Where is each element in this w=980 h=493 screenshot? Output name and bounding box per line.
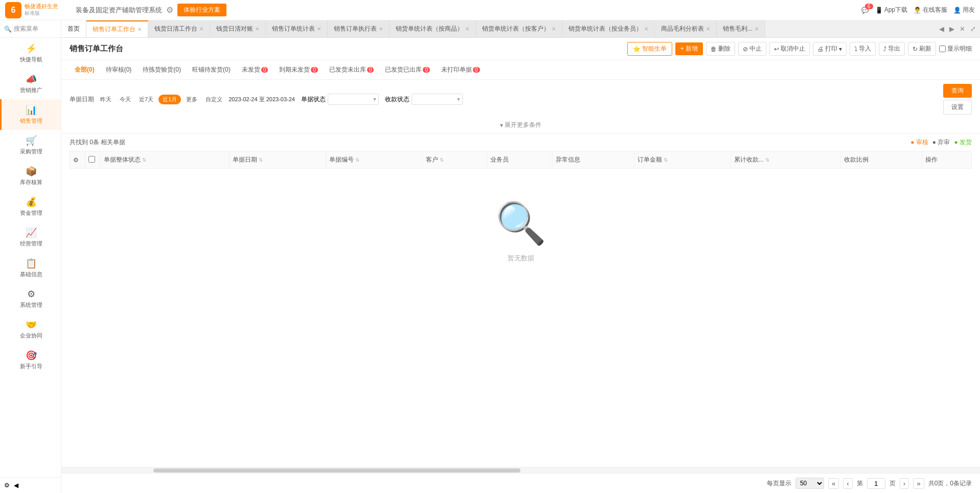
show-detail-label[interactable]: 显示明细 [939,44,972,53]
tab-cash-reconcile[interactable]: 钱货日清对账 ✕ [210,20,266,38]
query-btn[interactable]: 查询 [943,84,972,98]
next-page-btn[interactable]: › [900,478,909,489]
basic-info-icon: 📋 [26,258,37,269]
tab-close-all-btn[interactable]: ✕ [958,24,967,34]
tab-next-btn[interactable]: ▶ [947,24,956,34]
tab-close-cash-reconcile[interactable]: ✕ [255,26,259,32]
tab-sales-by-product[interactable]: 销货单统计表（按商品） ✕ [390,20,476,38]
quick-date-1month[interactable]: 近1月 [158,95,181,104]
first-page-btn[interactable]: « [828,478,839,489]
tab-close-gross-margin[interactable]: ✕ [706,26,710,32]
sidebar-item-finance[interactable]: 💰 资金管理 [0,191,61,222]
filter-tab-shipped-out[interactable]: 已发货已出库0 [380,63,435,76]
tab-sales-by-salesman[interactable]: 销货单统计表（按业务员） ✕ [562,20,655,38]
tab-close-by-customer[interactable]: ✕ [552,26,556,32]
sidebar-item-inventory[interactable]: 📦 库存核算 [0,161,61,191]
sidebar-item-basic-info[interactable]: 📋 基础信息 [0,253,61,283]
tab-close-sales-order[interactable]: ✕ [138,27,142,32]
tab-sales-stats[interactable]: 销售订单统计表 ✕ [266,20,328,38]
th-status[interactable]: 单据整体状态 ⇅ [101,151,230,169]
tab-home[interactable]: 首页 [61,20,86,38]
tab-close-sales-exec[interactable]: ✕ [379,26,383,32]
quick-date-today[interactable]: 今天 [117,95,134,104]
tab-expand-btn[interactable]: ⤢ [968,24,978,34]
tab-close-sales-stats[interactable]: ✕ [317,26,321,32]
sidebar-item-collaboration[interactable]: 🤝 企业协同 [0,314,61,345]
sidebar-item-guide[interactable]: 🎯 新手引导 [0,345,61,375]
sidebar-item-sales[interactable]: 📊 销售管理 [0,99,61,130]
tab-gross-margin[interactable]: 商品毛利分析表 ✕ [655,20,717,38]
show-detail-checkbox[interactable] [939,46,946,52]
sidebar-item-marketing[interactable]: 📣 营销推广 [0,69,61,99]
quick-date-custom[interactable]: 自定义 [202,95,225,104]
tab-close-by-product[interactable]: ✕ [465,26,469,32]
tab-close-by-salesman[interactable]: ✕ [644,26,648,32]
scroll-area[interactable] [61,467,980,473]
payment-select[interactable] [412,94,463,105]
th-number[interactable]: 单据编号 ⇅ [326,151,422,169]
new-btn[interactable]: + 新增 [675,42,703,55]
page-size-select[interactable]: 50 [795,478,824,489]
expand-conditions-btn[interactable]: ▾ 展开更多条件 [500,121,541,129]
th-date[interactable]: 单据日期 ⇅ [229,151,326,169]
scroll-thumb[interactable] [153,468,521,473]
filter-tab-pick[interactable]: 待拣货验货(0) [138,63,186,76]
tab-sales-exec[interactable]: 销售订单执行表 ✕ [328,20,390,38]
sidebar-item-operations[interactable]: 📈 经营管理 [0,222,61,253]
tab-close-sales-gross[interactable]: ✕ [755,26,759,32]
quick-date-more[interactable]: 更多 [183,95,200,104]
delete-btn[interactable]: 🗑 删除 [706,42,735,56]
tab-sales-gross[interactable]: 销售毛利... ✕ [717,20,765,38]
industry-btn[interactable]: 体验行业方案 [177,4,226,16]
set-btn[interactable]: 设置 [943,100,972,115]
import-btn[interactable]: ⤵ 导入 [850,42,876,56]
filter-tab-all[interactable]: 全部(0) [70,63,100,76]
revoke-btn[interactable]: ● 弃审 [932,138,950,147]
filter-tab-unshipped[interactable]: 未发货0 [237,63,274,76]
th-exception[interactable]: 异常信息 [553,151,634,169]
sidebar-item-quick-nav[interactable]: ⚡ 快捷导航 [0,38,61,69]
filter-tab-wangpu[interactable]: 旺铺待发货(0) [187,63,236,76]
tab-sales-order[interactable]: 销售订单工作台 ✕ [86,20,148,38]
search-menu-btn[interactable]: 🔍 搜索菜单 [0,20,61,38]
collapse-icon[interactable]: ◀ [14,482,18,489]
tab-prev-btn[interactable]: ◀ [937,24,946,34]
gear-button[interactable]: ⚙ [166,5,173,15]
print-btn[interactable]: 🖨 打印 ▾ [813,42,847,56]
quick-date-yesterday[interactable]: 昨天 [97,95,115,104]
stop-btn[interactable]: ⊘ 中止 [738,42,766,56]
filter-tab-shipped-not-out[interactable]: 已发货未出库0 [324,63,379,76]
status-select[interactable] [328,94,379,105]
prev-page-btn[interactable]: ‹ [843,478,852,489]
th-salesman[interactable]: 业务员 [487,151,553,169]
th-cumulative[interactable]: 累计收款... ⇅ [731,151,840,169]
tab-close-cash-clear[interactable]: ✕ [199,26,203,32]
message-btn[interactable]: 💬 6 [861,7,869,14]
ship-btn[interactable]: ● 发货 [954,138,972,147]
online-service-btn[interactable]: 👨‍💼 在线客服 [914,6,947,14]
tab-sales-by-customer[interactable]: 销货单统计表（按客户） ✕ [476,20,562,38]
last-page-btn[interactable]: » [913,478,924,489]
th-amount[interactable]: 订单金额 ⇅ [634,151,731,169]
filter-tab-overdue[interactable]: 到期未发货0 [274,63,323,76]
audit-btn[interactable]: ● 审核 [910,138,928,147]
smart-btn[interactable]: ⭐ 智能生单 [627,42,672,56]
star-icon: ⭐ [633,46,641,53]
sidebar-item-purchase[interactable]: 🛒 采购管理 [0,130,61,161]
quick-date-7days[interactable]: 近7天 [136,95,156,104]
tab-cash-clear[interactable]: 钱货日清工作台 ✕ [148,20,210,38]
export-btn[interactable]: ⤴ 导出 [879,42,905,56]
th-customer[interactable]: 客户 ⇅ [422,151,487,169]
user-btn[interactable]: 👤 用友 [953,6,975,14]
select-all-checkbox[interactable] [88,156,95,163]
app-download-btn[interactable]: 📱 App下载 [875,6,907,14]
settings-bottom-icon[interactable]: ⚙ [4,482,10,489]
filter-tab-pending[interactable]: 待审核(0) [101,63,137,76]
cancel-stop-btn[interactable]: ↩ 取消中止 [769,42,810,56]
refresh-btn[interactable]: ↻ 刷新 [908,42,936,56]
logo-sub: 标准版 [25,10,58,17]
filter-tab-unprinted[interactable]: 未打印单据0 [436,63,485,76]
sidebar-item-system[interactable]: ⚙ 系统管理 [0,283,61,314]
table-settings-icon[interactable]: ⚙ [73,156,79,164]
page-input[interactable] [867,478,885,489]
